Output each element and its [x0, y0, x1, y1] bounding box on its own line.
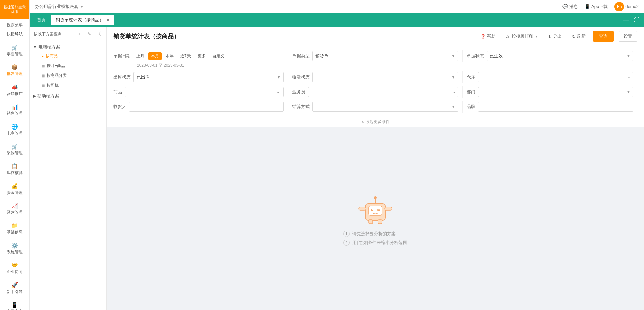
- tree-section-pc-label: 电脑端方案: [38, 44, 60, 50]
- svg-rect-10: [359, 207, 366, 210]
- tab-close-icon[interactable]: ✕: [106, 18, 110, 22]
- receipt-status-chevron-icon: ▼: [451, 75, 455, 79]
- date-btn-last-month[interactable]: 上月: [133, 52, 147, 60]
- filter-cell-settlement: 结算方式 ▼: [288, 101, 463, 113]
- receipt-status-select[interactable]: ▼: [312, 72, 459, 82]
- date-btn-this-month[interactable]: 本月: [148, 52, 162, 60]
- collapse-btn[interactable]: ∧ 收起更多条件: [361, 119, 390, 125]
- consignee-dots-icon[interactable]: ···: [277, 104, 281, 109]
- sidebar-logo[interactable]: 畅捷通好生意 标版: [0, 0, 30, 19]
- tab-sales-stat[interactable]: 销货单统计表（按商品） ✕: [51, 15, 114, 25]
- filter-cell-warehouse: 仓库 ···: [463, 71, 637, 83]
- doc-type-select[interactable]: 销货单 ▼: [312, 51, 459, 61]
- salesperson-label: 业务员: [292, 89, 308, 95]
- sidebar-item-basic[interactable]: 📁 基础信息: [0, 219, 29, 239]
- brand-input[interactable]: ···: [478, 102, 633, 112]
- right-content: 销货单统计表（按商品） ❓ 帮助 🖨 按模板打印 ▼ ⬇: [107, 27, 644, 310]
- breadcrumb: 办公用品行业模拟账套 ▼: [35, 4, 84, 10]
- product-field[interactable]: [128, 90, 274, 95]
- date-btn-last-7[interactable]: 近7天: [178, 52, 194, 60]
- sidebar-item-wholesale-label: 批发管理: [7, 71, 23, 77]
- consignee-field[interactable]: [132, 104, 274, 109]
- warehouse-field[interactable]: [481, 75, 624, 80]
- edit-scheme-btn[interactable]: ✎: [86, 30, 93, 38]
- tree-child-by-category[interactable]: ▦ 按商品分类: [30, 71, 106, 81]
- svg-point-4: [372, 209, 373, 210]
- sidebar-item-finance[interactable]: 💰 资金管理: [0, 179, 29, 199]
- sidebar-item-purchase[interactable]: 🛒 采购管理: [0, 140, 29, 159]
- salesperson-input[interactable]: ···: [308, 87, 459, 97]
- sidebar-item-app-center[interactable]: 📱 应用中心: [0, 298, 29, 310]
- sidebar-item-system[interactable]: ⚙️ 系统管理: [0, 239, 29, 258]
- date-label: 单据日期: [113, 53, 133, 59]
- user-profile-btn[interactable]: Ea demo2: [614, 2, 639, 11]
- brand-dots-icon[interactable]: ···: [626, 104, 630, 109]
- tree-child-icon-2: ▦: [42, 74, 45, 78]
- collapse-row[interactable]: ∧ 收起更多条件: [107, 117, 644, 127]
- sidebar-item-purchase-label: 采购管理: [7, 150, 23, 156]
- sidebar-item-marketing[interactable]: 📣 营销推广: [0, 80, 29, 100]
- tab-minimize-btn[interactable]: —: [621, 15, 631, 25]
- filter-row-2: 出库状态 已出库 ▼ 收款状态 ▼ 仓库: [113, 71, 637, 83]
- filter-row-3: 商品 ··· 业务员 ··· 部门: [113, 86, 637, 98]
- sidebar-item-operation[interactable]: 📈 经营管理: [0, 199, 29, 219]
- sidebar-item-ecommerce[interactable]: 🌐 电商管理: [0, 120, 29, 140]
- department-select[interactable]: ▼: [478, 87, 633, 97]
- help-btn[interactable]: ❓ 帮助: [478, 32, 498, 41]
- product-input[interactable]: ···: [125, 87, 284, 97]
- consignee-label: 收货人: [113, 104, 129, 110]
- main-area: 办公用品行业模拟账套 ▼ 💬 消息 📱 App下载 Ea demo2 首页 销货…: [30, 0, 644, 310]
- sidebar-item-sales[interactable]: 📊 销售管理: [0, 100, 29, 120]
- warehouse-dots-icon[interactable]: ···: [626, 74, 630, 80]
- settlement-select[interactable]: ▼: [312, 102, 459, 112]
- date-btn-this-year[interactable]: 本年: [163, 52, 176, 60]
- tab-home[interactable]: 首页: [32, 15, 50, 25]
- settings-btn[interactable]: 设置: [619, 31, 637, 42]
- salesperson-field[interactable]: [311, 90, 449, 95]
- add-scheme-btn[interactable]: ＋: [76, 30, 84, 38]
- date-btn-custom[interactable]: 自定义: [210, 52, 227, 60]
- sidebar-item-marketing-label: 营销推广: [7, 91, 23, 97]
- consignee-input[interactable]: ···: [129, 102, 284, 112]
- message-icon: 💬: [562, 4, 568, 9]
- tree-child-by-product[interactable]: ● 按商品: [30, 51, 106, 61]
- app-download-btn[interactable]: 📱 App下载: [585, 4, 608, 10]
- print-btn[interactable]: 🖨 按模板打印 ▼: [503, 32, 541, 41]
- message-btn[interactable]: 💬 消息: [562, 4, 578, 10]
- tree-section-mobile[interactable]: ▶ 移动端方案: [30, 90, 106, 100]
- collapse-panel-btn[interactable]: 《: [95, 30, 102, 38]
- sidebar-search[interactable]: 搜索菜单: [0, 19, 29, 30]
- product-dots-icon[interactable]: ···: [277, 89, 281, 95]
- content-area: 按以下方案查询 ＋ ✎ 《 ▼ 电脑端方案 ● 按商品 ▦ 按月+商品 ▦ 按商…: [30, 27, 644, 310]
- sidebar-item-sales-label: 销售管理: [7, 111, 23, 116]
- export-btn[interactable]: ⬇ 导出: [545, 32, 565, 41]
- query-btn[interactable]: 查询: [593, 31, 614, 42]
- tree-child-by-month-product[interactable]: ▦ 按月+商品: [30, 61, 106, 71]
- sidebar-item-ecommerce-label: 电商管理: [7, 131, 23, 136]
- sidebar-item-wholesale[interactable]: 📦 批发管理: [0, 60, 29, 80]
- warehouse-input[interactable]: ···: [478, 72, 633, 82]
- tab-maximize-btn[interactable]: ⛶: [632, 15, 641, 25]
- salesperson-dots-icon[interactable]: ···: [451, 89, 455, 95]
- refresh-btn[interactable]: ↻ 刷新: [569, 32, 588, 41]
- sidebar-quick-nav[interactable]: 快捷导航: [0, 30, 29, 39]
- tree-section-mobile-label: 移动端方案: [37, 93, 59, 99]
- sidebar-item-retail[interactable]: 🛒 零售管理: [0, 41, 29, 60]
- warehouse-label: 仓库: [467, 74, 478, 80]
- breadcrumb-text: 办公用品行业模拟账套: [35, 4, 78, 10]
- tree-section-pc[interactable]: ▼ 电脑端方案: [30, 41, 106, 51]
- tree-child-by-sku[interactable]: ▦ 按司机: [30, 81, 106, 90]
- sidebar-item-enterprise[interactable]: 🤝 企业协同: [0, 258, 29, 278]
- doc-status-select[interactable]: 已生效 ▼: [487, 51, 633, 61]
- sidebar-item-inventory[interactable]: 📋 库存核算: [0, 159, 29, 179]
- svg-point-7: [374, 196, 377, 199]
- tree-child-by-category-label: 按商品分类: [47, 73, 67, 79]
- doc-status-value: 已生效: [490, 53, 503, 59]
- brand-field[interactable]: [481, 104, 624, 109]
- filter-cell-consignee: 收货人 ···: [113, 101, 288, 113]
- date-btn-more[interactable]: 更多: [195, 52, 208, 60]
- out-status-select[interactable]: 已出库 ▼: [133, 72, 284, 82]
- sidebar-item-newbie[interactable]: 🚀 新手引导: [0, 278, 29, 298]
- empty-state: 1 请先选择要分析的方案 2 用[过滤]条件来缩小分析范围: [107, 127, 644, 310]
- left-panel-header: 按以下方案查询 ＋ ✎ 《: [30, 27, 106, 41]
